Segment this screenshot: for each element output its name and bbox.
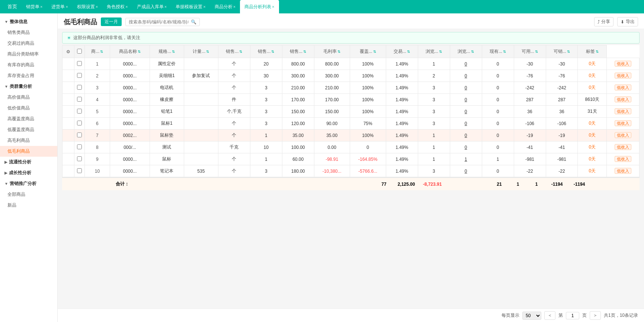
th-sales-qty[interactable]: 销售...⇅ xyxy=(218,45,250,58)
row-checkbox[interactable] xyxy=(74,58,85,70)
row-checkbox[interactable] xyxy=(74,82,85,94)
th-sales-profit[interactable]: 销售...⇅ xyxy=(282,45,314,58)
sidebar-item-high-margin[interactable]: 高毛利商品 xyxy=(0,135,57,146)
sidebar-group-cluster[interactable]: ▼ 类群量分析 xyxy=(0,81,57,92)
nav-template[interactable]: 单据模板设置 × xyxy=(171,0,210,13)
row-views1[interactable]: 0 xyxy=(450,118,482,130)
sidebar-item-traded-goods[interactable]: 交易过的商品 xyxy=(0,38,57,49)
nav-analysis[interactable]: 商品分析 × xyxy=(210,0,240,13)
page-size-select[interactable]: 50 100 200 xyxy=(522,312,541,320)
row-select-checkbox[interactable] xyxy=(77,168,82,173)
nav-products-close[interactable]: × xyxy=(164,4,167,9)
search-input[interactable] xyxy=(129,19,189,25)
nav-roles-close[interactable]: × xyxy=(125,4,128,9)
th-coverage[interactable]: 覆盖...⇅ xyxy=(350,45,386,58)
row-views1[interactable]: 0 xyxy=(450,82,482,94)
nav-permissions-close[interactable]: × xyxy=(96,4,98,9)
sidebar-group-overall[interactable]: ▼ 整体信息 xyxy=(0,16,57,27)
row-select-checkbox[interactable] xyxy=(77,133,82,137)
nav-analysis-close[interactable]: × xyxy=(233,4,236,9)
filter-button[interactable]: 近一月 xyxy=(101,17,122,26)
row-checkbox[interactable] xyxy=(74,130,85,141)
prev-page-button[interactable]: ＜ xyxy=(544,311,555,320)
row-settings[interactable] xyxy=(63,94,74,106)
search-icon[interactable]: 🔍 xyxy=(191,19,196,25)
sidebar-item-all-goods[interactable]: 全部商品 xyxy=(0,189,57,200)
nav-products[interactable]: 产成品入库单 × xyxy=(132,0,171,13)
row-checkbox[interactable] xyxy=(74,94,85,106)
th-spec[interactable]: 规格...⇅ xyxy=(150,45,184,58)
row-settings[interactable] xyxy=(63,118,74,130)
row-views1[interactable]: 1 xyxy=(450,153,482,165)
row-settings[interactable] xyxy=(63,70,74,82)
th-current-stock[interactable]: 现有...⇅ xyxy=(482,45,514,58)
row-checkbox[interactable] xyxy=(74,153,85,165)
row-views1[interactable]: 0 xyxy=(450,58,482,70)
row-settings[interactable] xyxy=(63,82,74,94)
th-available-stock[interactable]: 可用...⇅ xyxy=(514,45,546,58)
row-select-checkbox[interactable] xyxy=(77,121,82,125)
row-settings[interactable] xyxy=(63,130,74,141)
th-sales-amt[interactable]: 销售...⇅ xyxy=(250,45,282,58)
row-checkbox[interactable] xyxy=(74,118,85,130)
nav-purchase[interactable]: 进货单 × xyxy=(47,0,72,13)
sidebar-item-new-goods[interactable]: 新品 xyxy=(0,200,57,211)
row-checkbox[interactable] xyxy=(74,141,85,153)
row-checkbox[interactable] xyxy=(74,70,85,82)
sidebar-item-stocked-goods[interactable]: 有库存的商品 xyxy=(0,60,57,70)
sidebar-item-sales-goods[interactable]: 销售类商品 xyxy=(0,27,57,38)
row-views1[interactable]: 0 xyxy=(450,94,482,106)
nav-sales[interactable]: 销货单 × xyxy=(22,0,47,13)
share-button[interactable]: ⤴ 分享 xyxy=(594,17,613,26)
sidebar-group-flow[interactable]: ▶ 流通性分析 xyxy=(0,157,57,168)
th-unit[interactable]: 计量...⇅ xyxy=(184,45,218,58)
row-select-checkbox[interactable] xyxy=(77,61,82,66)
row-settings[interactable] xyxy=(63,106,74,118)
nav-purchase-close[interactable]: × xyxy=(65,4,68,9)
row-settings[interactable] xyxy=(63,141,74,153)
row-select-checkbox[interactable] xyxy=(77,73,82,78)
sidebar-item-low-value[interactable]: 低价值商品 xyxy=(0,103,57,114)
th-views1[interactable]: 浏览...⇅ xyxy=(418,45,450,58)
export-button[interactable]: ⬇ 导出 xyxy=(617,17,638,26)
sidebar-item-stock-capital[interactable]: 库存资金占用 xyxy=(0,70,57,81)
nav-permissions[interactable]: 权限设置 × xyxy=(73,0,102,13)
sidebar-group-growth[interactable]: ▶ 成长性分析 xyxy=(0,168,57,178)
sidebar-group-marketing[interactable]: ▼ 营销推广分析 xyxy=(0,178,57,189)
row-views1[interactable]: 0 xyxy=(450,70,482,82)
th-name[interactable]: 商品名称⇅ xyxy=(110,45,150,58)
row-select-checkbox[interactable] xyxy=(77,85,82,90)
th-views2[interactable]: 浏览...⇅ xyxy=(450,45,482,58)
row-select-checkbox[interactable] xyxy=(77,97,82,102)
row-views1[interactable]: 0 xyxy=(450,106,482,118)
row-settings[interactable] xyxy=(63,165,74,177)
nav-home[interactable]: 首页 xyxy=(3,0,22,13)
th-settings[interactable]: ⚙ xyxy=(63,45,74,58)
row-settings[interactable] xyxy=(63,58,74,70)
row-views1[interactable]: 0 xyxy=(450,141,482,153)
sidebar-item-low-coverage[interactable]: 低覆盖度商品 xyxy=(0,124,57,135)
sidebar-item-low-margin[interactable]: 低毛利商品 xyxy=(0,146,57,157)
th-code[interactable]: 商...⇅ xyxy=(85,45,110,58)
nav-analysis-list-close[interactable]: × xyxy=(272,4,274,9)
page-input[interactable] xyxy=(566,312,579,319)
sidebar-item-high-value[interactable]: 高价值商品 xyxy=(0,92,57,103)
row-select-checkbox[interactable] xyxy=(77,109,82,114)
sidebar-item-high-coverage[interactable]: 高覆盖度商品 xyxy=(0,114,57,124)
row-checkbox[interactable] xyxy=(74,165,85,177)
nav-roles[interactable]: 角色授权 × xyxy=(102,0,132,13)
th-tag[interactable]: 标签⇅ xyxy=(578,45,607,58)
row-settings[interactable] xyxy=(63,153,74,165)
th-saleable-days[interactable]: 可销...⇅ xyxy=(546,45,578,58)
row-views1[interactable]: 0 xyxy=(450,130,482,141)
sidebar-item-category-rate[interactable]: 商品分类助销率 xyxy=(0,49,57,60)
th-checkbox[interactable] xyxy=(74,45,85,58)
row-checkbox[interactable] xyxy=(74,106,85,118)
row-select-checkbox[interactable] xyxy=(77,144,82,149)
nav-sales-close[interactable]: × xyxy=(40,4,42,9)
nav-template-close[interactable]: × xyxy=(203,4,205,9)
th-gross-margin[interactable]: 毛利率⇅ xyxy=(314,45,350,58)
row-select-checkbox[interactable] xyxy=(77,156,82,161)
nav-analysis-list[interactable]: 商品分析列表 × xyxy=(240,0,279,13)
select-all-checkbox[interactable] xyxy=(77,49,82,54)
